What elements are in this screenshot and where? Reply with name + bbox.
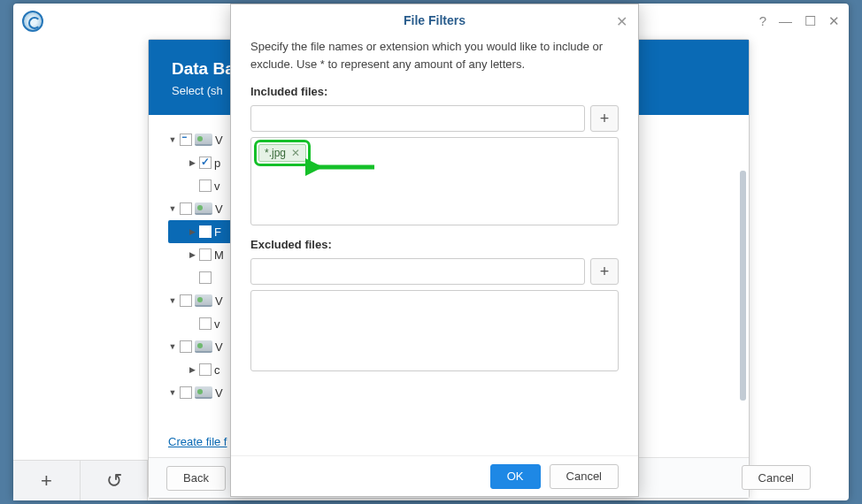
help-button[interactable]: ? xyxy=(759,13,766,29)
caret-icon[interactable]: ▶ xyxy=(188,250,196,259)
dialog-footer: OK Cancel xyxy=(231,455,638,496)
back-button[interactable]: Back xyxy=(166,466,226,491)
close-button[interactable]: ✕ xyxy=(828,13,840,29)
checkbox[interactable] xyxy=(199,317,212,330)
tree-label: V xyxy=(215,294,223,308)
caret-icon[interactable]: ▼ xyxy=(168,388,177,397)
excluded-tags-box[interactable] xyxy=(250,290,619,371)
checkbox[interactable] xyxy=(199,179,212,192)
add-included-button[interactable]: + xyxy=(590,105,619,132)
scrollbar-thumb[interactable] xyxy=(740,171,746,401)
tree-label: V xyxy=(215,340,223,354)
scrollbar-track xyxy=(740,47,746,491)
caret-icon[interactable]: ▶ xyxy=(188,365,196,374)
tree-label: V xyxy=(215,202,223,216)
history-icon: ↺ xyxy=(106,470,122,493)
dialog-close-button[interactable]: ✕ xyxy=(616,13,627,30)
minimize-button[interactable]: — xyxy=(779,13,792,29)
filter-tag[interactable]: *.jpg✕ xyxy=(258,144,306,162)
tree-label: p xyxy=(214,157,220,170)
checkbox[interactable] xyxy=(180,134,192,146)
caret-icon[interactable]: ▼ xyxy=(168,135,177,144)
caret-icon[interactable]: ▼ xyxy=(168,296,177,305)
checkbox[interactable] xyxy=(199,157,212,169)
included-files-label: Included files: xyxy=(250,85,619,98)
ok-button[interactable]: OK xyxy=(490,464,541,489)
included-tags-box[interactable]: *.jpg✕ xyxy=(250,137,619,225)
dialog-title: File Filters xyxy=(231,4,638,34)
cancel-button-bg[interactable]: Cancel xyxy=(742,465,811,490)
history-button[interactable]: ↺ xyxy=(81,461,148,500)
volume-icon xyxy=(195,134,212,146)
checkbox[interactable] xyxy=(180,386,192,399)
checkbox[interactable] xyxy=(199,225,212,238)
tag-text: *.jpg xyxy=(265,147,286,159)
checkbox[interactable] xyxy=(180,294,192,307)
caret-icon[interactable]: ▼ xyxy=(168,204,177,213)
tree-label: V xyxy=(215,386,223,400)
app-icon xyxy=(22,11,43,32)
add-task-button[interactable]: + xyxy=(13,461,81,500)
tree-label: V xyxy=(215,134,223,147)
volume-icon xyxy=(195,340,212,353)
maximize-button[interactable]: ☐ xyxy=(804,13,816,29)
dialog-body: Specify the file names or extension whic… xyxy=(231,34,638,393)
checkbox[interactable] xyxy=(199,363,212,376)
checkbox[interactable] xyxy=(180,340,192,353)
caret-icon[interactable]: ▶ xyxy=(188,158,196,167)
tree-label: M xyxy=(214,248,224,262)
remove-tag-icon[interactable]: ✕ xyxy=(291,147,300,159)
excluded-files-label: Excluded files: xyxy=(250,238,619,251)
dialog-description: Specify the file names or extension whic… xyxy=(250,38,619,73)
checkbox[interactable] xyxy=(199,271,212,284)
checkbox[interactable] xyxy=(180,202,192,215)
volume-icon xyxy=(195,386,212,399)
tree-label: c xyxy=(214,363,220,377)
checkbox[interactable] xyxy=(199,248,212,261)
file-filters-dialog: File Filters ✕ Specify the file names or… xyxy=(230,4,639,497)
included-files-input[interactable] xyxy=(250,105,585,132)
caret-icon[interactable]: ▶ xyxy=(188,227,196,236)
create-file-filter-link[interactable]: Create file f xyxy=(168,435,227,448)
tree-label: v xyxy=(214,179,220,193)
tree-label: F xyxy=(214,225,221,239)
tree-label: v xyxy=(214,317,220,331)
volume-icon xyxy=(195,294,212,307)
caret-icon[interactable]: ▼ xyxy=(168,342,177,351)
excluded-files-input[interactable] xyxy=(250,258,585,285)
volume-icon xyxy=(195,202,212,215)
cancel-button[interactable]: Cancel xyxy=(550,464,619,489)
bottom-toolbar: + ↺ xyxy=(13,460,148,500)
add-excluded-button[interactable]: + xyxy=(590,258,619,285)
